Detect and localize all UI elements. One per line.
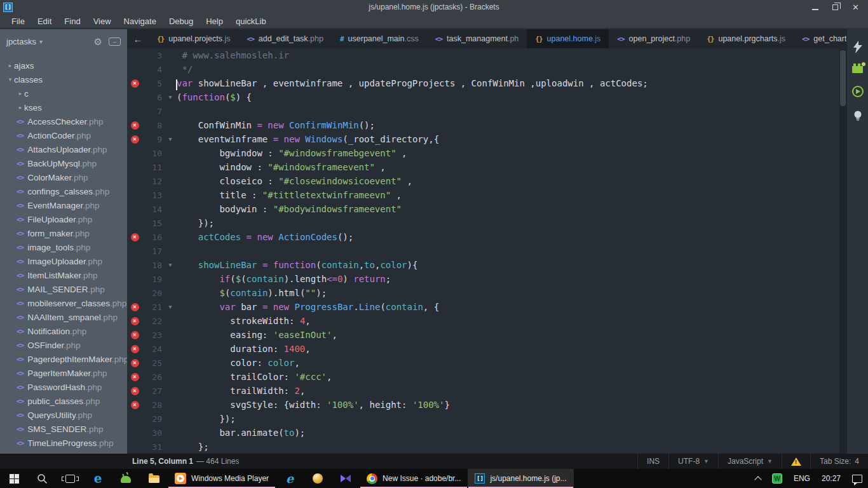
code-line-3[interactable]: 3 # www.salehmosleh.ir [127, 48, 846, 62]
code-line-22[interactable]: ×22 strokeWidth: 4, [127, 314, 846, 328]
start-button[interactable] [0, 469, 28, 488]
tree-file-pageritemmaker-php[interactable]: <>PagerItemMaker.php [0, 366, 127, 380]
menu-item-navigate[interactable]: Navigate [118, 14, 163, 28]
tree-file-actioncoder-php[interactable]: <>ActionCoder.php [0, 128, 127, 142]
tab-task-managment-ph[interactable]: <>task_managment.ph [427, 29, 527, 48]
chevron-expanded-icon[interactable]: ▾ [6, 76, 14, 83]
tree-file-sms-sender-php[interactable]: <>SMS_SENDER.php [0, 422, 127, 436]
fold-arrow-icon[interactable]: ▼ [165, 94, 175, 100]
language-indicator[interactable]: ENG [788, 469, 816, 488]
insert-mode-toggle[interactable]: INS [637, 454, 668, 469]
tree-file-naalitem-smpanel-php[interactable]: <>NAAlItem_smpanel.php [0, 310, 127, 324]
code-line-31[interactable]: 31 }; [127, 440, 846, 454]
tree-file-pagerdepthitemmaker-php[interactable]: <>PagerdepthItemMaker.php [0, 352, 127, 366]
code-line-23[interactable]: ×23 easing: 'easeInOut', [127, 328, 846, 342]
menu-item-quicklib[interactable]: quickLib [229, 14, 273, 28]
tree-file-querysutility-php[interactable]: <>QuerysUtility.php [0, 408, 127, 422]
code-line-24[interactable]: ×24 duration: 1400, [127, 342, 846, 356]
tree-file-mail-sender-php[interactable]: <>MAIL_SENDER.php [0, 282, 127, 296]
close-button[interactable]: ✕ [852, 3, 859, 11]
code-line-7[interactable]: 7 [127, 104, 846, 118]
code-line-26[interactable]: ×26 trailColor: '#ccc', [127, 370, 846, 384]
menu-item-view[interactable]: View [87, 14, 118, 28]
edge-button[interactable]: e [84, 469, 112, 488]
internet-explorer-button[interactable]: e [276, 469, 304, 488]
nav-back-button[interactable]: ← [127, 29, 149, 48]
tab-upanel-home-js[interactable]: {}upanel.home.js [527, 29, 609, 48]
tree-file-eventmanager-php[interactable]: <>EventManager.php [0, 198, 127, 212]
extension-manager-brick-icon[interactable] [852, 66, 863, 73]
menu-item-debug[interactable]: Debug [163, 14, 200, 28]
tab-upanel-projects-js[interactable]: {}upanel.projects.js [149, 29, 239, 48]
chrome-taskbar-button[interactable]: New Issue · adobe/br... [360, 469, 468, 488]
tab-open-project-php[interactable]: <>open_project.php [609, 29, 698, 48]
tree-file-colormaker-php[interactable]: <>ColorMaker.php [0, 170, 127, 184]
tree-folder-ajaxs[interactable]: ▸ ajaxs [0, 58, 127, 72]
chevron-collapsed-icon[interactable]: ▸ [17, 104, 24, 111]
code-line-6[interactable]: 6▼(function($) { [127, 90, 846, 104]
tree-file-image-tools-php[interactable]: <>image_tools.php [0, 240, 127, 254]
tree-file-confings-calsses-php[interactable]: <>confings_calsses.php [0, 184, 127, 198]
tree-folder-c[interactable]: ▸ c [0, 86, 127, 100]
tree-file-passwordhash-php[interactable]: <>PasswordHash.php [0, 380, 127, 394]
menu-item-help[interactable]: Help [200, 14, 229, 28]
code-line-16[interactable]: ×16 actCodes = new ActionCodes(); [127, 230, 846, 244]
editor-scrollbar[interactable] [839, 48, 846, 454]
code-line-15[interactable]: 15 }); [127, 216, 846, 230]
code-line-18[interactable]: 18▼ showLineBar = function(contain,to,co… [127, 258, 846, 272]
purple-app-button[interactable] [332, 469, 360, 488]
wmp-taskbar-button[interactable]: Windows Media Player [168, 469, 276, 488]
code-line-17[interactable]: 17 [127, 244, 846, 258]
tree-file-attachsuploader-php[interactable]: <>AttachsUploader.php [0, 142, 127, 156]
chevron-collapsed-icon[interactable]: ▸ [17, 90, 24, 97]
minimize-button[interactable] [812, 3, 818, 11]
fold-arrow-icon[interactable]: ▼ [165, 304, 175, 310]
action-center-button[interactable] [846, 469, 868, 488]
file-explorer-button[interactable] [140, 469, 168, 488]
code-line-29[interactable]: 29 }); [127, 412, 846, 426]
project-dropdown[interactable]: jpctasks [6, 37, 36, 46]
gold-app-button[interactable] [304, 469, 332, 488]
android-app-button[interactable] [112, 469, 140, 488]
tab-size-setting[interactable]: Tab Size:4 [810, 454, 868, 469]
language-dropdown[interactable]: JavaScript▼ [718, 454, 782, 469]
tree-file-mobileserver-classes-php[interactable]: <>mobileserver_classes.php [0, 296, 127, 310]
code-line-19[interactable]: 19 if($(contain).length<=0) return; [127, 272, 846, 286]
code-editor[interactable]: 3 # www.salehmosleh.ir4 */×5var showLine… [127, 48, 846, 454]
tree-file-imageuploader-php[interactable]: <>ImageUploader.php [0, 254, 127, 268]
light-bulb-icon[interactable] [853, 110, 863, 123]
tab-upanel-prgcharts-js[interactable]: {}upanel.prgcharts.js [698, 29, 794, 48]
play-circle-icon[interactable] [852, 86, 864, 97]
tab-get-chartdate-php[interactable]: <>get_chartdate.php [794, 29, 846, 48]
tab-userpanel-main-css[interactable]: #userpanel_main.css [332, 29, 427, 48]
tree-file-notification-php[interactable]: <>Notification.php [0, 324, 127, 338]
scrollbar-thumb[interactable] [840, 50, 846, 106]
code-line-11[interactable]: 11 window : "#windowsframeevent" , [127, 160, 846, 174]
menu-item-edit[interactable]: Edit [31, 14, 58, 28]
encoding-dropdown[interactable]: UTF-8▼ [668, 454, 718, 469]
wampserver-tray-button[interactable]: W [766, 469, 788, 488]
code-line-8[interactable]: ×8 ConfWinMin = new ConfirmWinMin(); [127, 118, 846, 132]
clock[interactable]: 20:27 [816, 469, 846, 488]
tree-file-form-maker-php[interactable]: <>form_maker.php [0, 226, 127, 240]
code-line-21[interactable]: ×21▼ var bar = new ProgressBar.Line(cont… [127, 300, 846, 314]
lint-warning-indicator[interactable] [782, 454, 810, 469]
code-line-25[interactable]: ×25 color: color, [127, 356, 846, 370]
gear-icon[interactable]: ⚙ [94, 37, 102, 46]
code-line-30[interactable]: 30 bar.animate(to); [127, 426, 846, 440]
tree-folder-classes[interactable]: ▾ classes [0, 72, 127, 86]
fold-arrow-icon[interactable]: ▼ [165, 262, 175, 268]
brackets-taskbar-button[interactable]: [] js/upanel.home.js (jp... [468, 469, 573, 488]
restore-button[interactable] [832, 3, 838, 11]
live-preview-lightning-icon[interactable] [852, 41, 864, 53]
tree-file-osfinder-php[interactable]: <>OSFinder.php [0, 338, 127, 352]
code-line-4[interactable]: 4 */ [127, 62, 846, 76]
split-view-icon[interactable]: ↔ [109, 37, 121, 46]
code-line-20[interactable]: 20 $(contain).html(""); [127, 286, 846, 300]
code-line-5[interactable]: ×5var showLineBar , eventwinframe , upda… [127, 76, 846, 90]
task-view-button[interactable] [56, 469, 84, 488]
code-line-9[interactable]: ×9▼ eventwinframe = new Windows(_root_di… [127, 132, 846, 146]
chevron-collapsed-icon[interactable]: ▸ [6, 62, 14, 69]
code-line-28[interactable]: ×28 svgStyle: {width: '100%', height: '1… [127, 398, 846, 412]
taskbar-search-button[interactable] [28, 469, 56, 488]
